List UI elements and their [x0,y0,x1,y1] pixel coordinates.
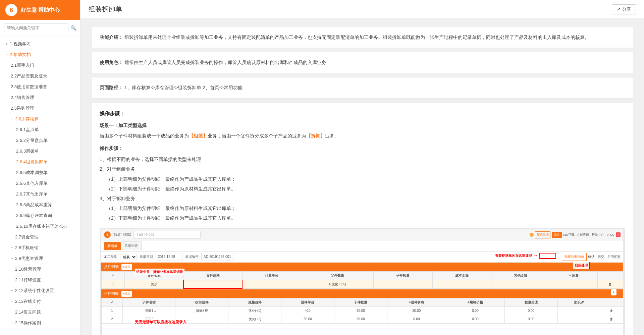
ops-title: 操作步骤： [100,109,625,118]
step-3-1: （1）上部明细为父件明细，最终作为原材料生成其它出库单； [100,204,625,213]
path-text: 1、库存核算->库存管理->组装拆卸单 2、首页->常用功能 [124,85,243,90]
table-row [102,329,623,334]
sidebar-item-2-3[interactable]: 2.3使用前数据准备 [0,81,80,92]
sidebar-header: 6 好生意 帮助中心 [0,0,80,20]
ss-add-upper[interactable]: +添加 [121,264,132,270]
screenshot-container: 6 TEST-H002 TEST-H002 预览单据 保存 App下载 在线客服… [100,228,625,335]
step-1: 1、根据不同的业务，选择不同单据的类型来处理 [100,155,625,164]
ss-process-type[interactable]: 组装 [120,254,137,260]
sidebar-item-2-6-3[interactable]: 2.6.3调拨单 [0,146,80,157]
sidebar: 6 好生意 帮助中心 🔍 + 1.视频学习 − 2.帮助文档 2.1新手入门 2… [0,0,80,335]
ss-save-btn: 保存 [552,232,562,238]
plus-icon: + [5,42,8,46]
sidebar-item-2-9[interactable]: + 2.9优惠券管理 [0,253,80,264]
sidebar-item-2-8[interactable]: + 2.8手机旺铺 [0,242,80,253]
annotation-switch: 组装业务、拆卸业务在这里切换 [135,269,184,275]
path-card: 页面路径： 1、库存核算->库存管理->组装拆卸单 2、首页->常用功能 [91,77,633,98]
role-text: 通常由生产人员或库管人员完成拆装业务的操作，库管人员确认原材料的出库和产成品的入… [124,60,326,65]
sidebar-item-2-6-1[interactable]: 2.6.1盘点单 [0,124,80,135]
top-bar: 组装拆卸单 ↗ 分享 [80,0,644,19]
sidebar-item-2-10[interactable]: + 2.10经营管理 [0,264,80,275]
ops-steps-sub-title: 操作步骤： [100,144,625,153]
sidebar-item-2-2[interactable]: 2.2产品安装及登录 [0,71,80,81]
sidebar-item-2-6-2[interactable]: 2.6.2分量盘点单 [0,135,80,146]
ss-lower-table: ✓ 子件名称 拆卸规格 规格价格 规格单价 子件数量 +规格价格 +规格价格 数… [101,298,623,335]
ss-select-bom[interactable]: 选择装配清单 [562,253,587,261]
func-intro-text: 组装拆卸单用来处理企业组装或拆卸等加工业务，支持有固定装配清单的产品加工业务，也… [124,35,589,40]
table-row: 2 测量2 优化(+1) 30.00 30.00 0.00 0.00 0.00 [102,315,623,324]
func-intro-card: 功能介绍： 组装拆卸单用来处理企业组装或拆卸等加工业务，支持有固定装配清单的产品… [91,27,633,48]
func-intro-label: 功能介绍： [100,35,123,40]
ss-upper-section: 父件明细 +添加 组装业务、拆卸业务在这里切换 启用处理 [101,263,623,271]
sidebar-item-2-5[interactable]: 2.5采购管理 [0,103,80,114]
table-row: 1 关系 1(优化+1%) 🗑 [102,280,623,288]
page-title: 组装拆卸单 [89,5,122,14]
sidebar-item-2-6-5[interactable]: 2.6.5成本调整单 [0,167,80,178]
ss-prev-btn: 预览单据 [535,231,550,238]
sidebar-item-2-14[interactable]: + 2.14常见问题 [0,307,80,318]
main-content: 组装拆卸单 ↗ 分享 功能介绍： 组装拆卸单用来处理企业组装或拆卸等加工业务，支… [80,0,644,335]
ss-dot-orange [530,233,534,237]
ss-topbar: 6 TEST-H002 TEST-H002 预览单据 保存 App下载 在线客服… [101,229,623,240]
sidebar-item-2-6[interactable]: − 2.6库存核算 [0,114,80,124]
step-2: 2、对于组装业务 [100,165,625,173]
ss-top-actions: 预览单据 保存 App下载 在线客服 帮助中心 ☺ CC ✕ [530,231,621,238]
ss-icons: App下载 在线客服 帮助中心 ☺ CC [563,232,614,237]
sidebar-item-docs[interactable]: − 2.帮助文档 [0,49,80,60]
ss-tab-list[interactable]: 单据列表 [121,241,142,250]
minus-icon: − [5,52,8,57]
annotation-enable: 启用处理 [573,262,590,269]
table-row [102,324,623,329]
step-3: 3、对于拆卸业务 [100,194,625,203]
step-2-1: （1）上部明细为父件明细，最终作为产成品生成其它入库单； [100,175,625,183]
role-label: 使用角色： [100,60,123,65]
search-button[interactable]: 🔍 [70,25,76,31]
nav-tree: + 1.视频学习 − 2.帮助文档 2.1新手入门 2.2产品安装及登录 2.3… [0,36,80,335]
search-box[interactable]: 🔍 [0,20,80,36]
share-button[interactable]: ↗ 分享 [612,4,636,14]
sidebar-item-2-6-6[interactable]: 2.6.6其他入库单 [0,178,80,189]
ss-nav: 新增单 单据列表 [101,240,623,252]
ss-tab-new[interactable]: 新增单 [104,242,121,250]
sidebar-item-2-6-7[interactable]: 2.6.7其他出库单 [0,189,80,200]
ss-lower-table-wrap: ✓ 子件名称 拆卸规格 规格价格 规格单价 子件数量 +规格价格 +规格价格 数… [101,298,623,335]
ss-code-input[interactable]: AD-20191226-001 [201,253,233,261]
ss-close: ✕ [616,232,621,237]
sidebar-item-2-15[interactable]: + 2.15操作案例 [0,318,80,328]
table-row: 1 测量1 拆卸+规 优化(+1) +10 30.00 30.00 0.00 0… [102,307,623,315]
search-input[interactable] [4,23,68,32]
sidebar-item-2-6-4[interactable]: 2.6.4组装拆卸单 [0,157,80,167]
ops-card: 操作步骤： 场景一：加工类型选择 当由多个子件材料组装成一个成品的业务为【组装】… [91,103,633,335]
sidebar-item-2-1[interactable]: 2.1新手入门 [0,60,80,71]
sidebar-item-2-11[interactable]: + 2.11打印设置 [0,275,80,285]
ss-add-lower[interactable]: +添加 [121,291,132,297]
ss-parent-spec[interactable] [183,280,242,288]
sidebar-item-2-4[interactable]: 2.4销售管理 [0,92,80,103]
ss-date-input[interactable]: 2019-12-28 [156,253,182,261]
ss-form-row: 加工类型 组装 单据日期 2019-12-28 单据编号 AD-20191226… [101,252,623,263]
ss-url-bar: TEST-H002 [133,231,201,239]
sidebar-item-2-6-9[interactable]: 2.6.9库存账本查询 [0,210,80,221]
sidebar-item-2-13[interactable]: + 2.13在线支付 [0,296,80,307]
scene1-title: 场景一：加工类型选择 [100,123,147,128]
sidebar-item-video[interactable]: + 1.视频学习 [0,39,80,49]
scene1-desc: 当由多个子件材料组装成一个成品的业务为【组装】业务，当由一个父件拆分成多个子产品… [100,132,625,140]
ss-tabs: 新增单 单据列表 [104,241,142,250]
sidebar-item-2-7[interactable]: + 2.7资金管理 [0,232,80,242]
sidebar-item-2-12[interactable]: + 2.12系统个性化设置 [0,285,80,296]
path-label: 页面路径： [100,85,123,90]
step-3-2: （2）下部明细为子件明细，最终作为产成品生成其它入库单。 [100,214,625,222]
minus-icon-2-6: − [11,117,13,121]
ss-url: TEST-H002 [113,232,131,238]
ss-expand-btn[interactable]: ⬆ [611,289,616,295]
step-2-2: （2）下部明细为子件明细，最终作为原材料生成其它出库单。 [100,185,625,193]
share-icon: ↗ [617,7,621,12]
steps-list: 1、根据不同的业务，选择不同单据的类型来处理 2、对于组装业务 （1）上部明细为… [100,155,625,222]
ss-form-right-actions: 选择装配清单 确认 提交 启用优惠 [562,253,621,261]
app-title: 好生意 帮助中心 [21,7,60,14]
sidebar-item-2-6-8[interactable]: 2.6.8商品成本重算 [0,200,80,210]
app-logo: 6 [5,4,17,16]
sidebar-item-2-6-10[interactable]: 2.6.10库存账本错了怎么办 [0,221,80,232]
ss-lower-section: 子件明细 +添加 ⬆ [101,289,623,298]
annotation-bom: 有装配清单的在这里处理 → [495,252,556,260]
